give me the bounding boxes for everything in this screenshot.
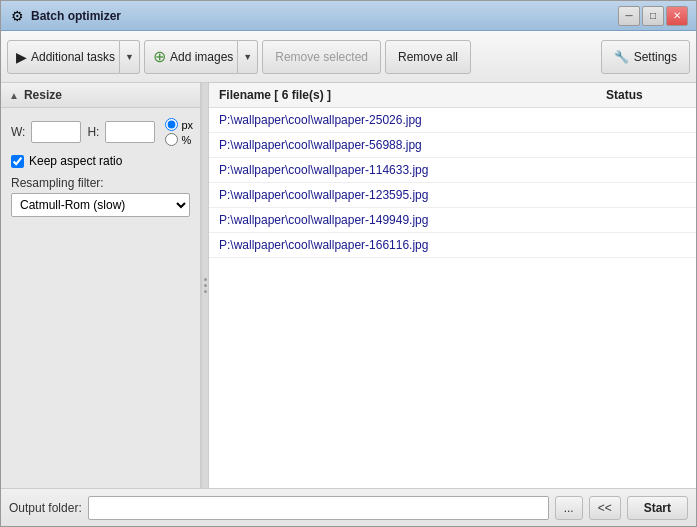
additional-tasks-icon: ▶ [16,49,27,65]
file-item[interactable]: P:\wallpaper\cool\wallpaper-123595.jpg [209,183,696,208]
additional-tasks-label: Additional tasks [31,50,115,64]
px-label: px [181,119,193,131]
percent-option[interactable]: % [165,133,193,146]
resampling-select[interactable]: Catmull-Rom (slow) [11,193,190,217]
title-bar-buttons: ─ □ ✕ [618,6,688,26]
panel-divider[interactable] [201,83,209,488]
back-button[interactable]: << [589,496,621,520]
right-panel: Filename [ 6 file(s) ] Status P:\wallpap… [209,83,696,488]
file-item[interactable]: P:\wallpaper\cool\wallpaper-114633.jpg [209,158,696,183]
start-button[interactable]: Start [627,496,688,520]
divider-dots [204,278,207,293]
output-label: Output folder: [9,501,82,515]
add-images-icon: ⊕ [153,47,166,66]
settings-button[interactable]: 🔧 Settings [601,40,690,74]
unit-radio-group: px % [165,118,193,146]
toolbar: ▶ Additional tasks ▼ ⊕ Add images ▼ Remo… [1,31,696,83]
file-name: P:\wallpaper\cool\wallpaper-114633.jpg [219,163,606,177]
maximize-button[interactable]: □ [642,6,664,26]
resize-section: W: H: px % [1,108,200,233]
resize-label: Resize [24,88,62,102]
dimension-row: W: H: px % [11,118,190,146]
additional-tasks-group: ▶ Additional tasks ▼ [7,40,140,74]
file-list-wrapper[interactable]: P:\wallpaper\cool\wallpaper-25026.jpgP:\… [209,108,696,488]
aspect-ratio-label: Keep aspect ratio [29,154,122,168]
close-button[interactable]: ✕ [666,6,688,26]
file-name: P:\wallpaper\cool\wallpaper-166116.jpg [219,238,606,252]
h-label: H: [87,125,99,139]
file-list: P:\wallpaper\cool\wallpaper-25026.jpgP:\… [209,108,696,258]
file-name: P:\wallpaper\cool\wallpaper-149949.jpg [219,213,606,227]
w-label: W: [11,125,25,139]
col-status-header: Status [606,88,686,102]
title-bar: ⚙ Batch optimizer ─ □ ✕ [1,1,696,31]
app-icon: ⚙ [9,8,25,24]
resize-section-header[interactable]: ▲ Resize [1,83,200,108]
height-input[interactable] [105,121,155,143]
aspect-ratio-checkbox[interactable] [11,155,24,168]
remove-all-button[interactable]: Remove all [385,40,471,74]
px-radio[interactable] [165,118,178,131]
window-title: Batch optimizer [31,9,612,23]
file-item[interactable]: P:\wallpaper\cool\wallpaper-166116.jpg [209,233,696,258]
remove-all-label: Remove all [398,50,458,64]
minimize-button[interactable]: ─ [618,6,640,26]
remove-selected-label: Remove selected [275,50,368,64]
additional-tasks-button[interactable]: ▶ Additional tasks [7,40,120,74]
px-option[interactable]: px [165,118,193,131]
additional-tasks-dropdown[interactable]: ▼ [120,40,140,74]
aspect-ratio-row: Keep aspect ratio [11,154,190,168]
add-images-group: ⊕ Add images ▼ [144,40,258,74]
width-input[interactable] [31,121,81,143]
add-images-label: Add images [170,50,233,64]
remove-selected-button[interactable]: Remove selected [262,40,381,74]
output-path-field[interactable] [88,496,549,520]
settings-label: Settings [634,50,677,64]
main-window: ⚙ Batch optimizer ─ □ ✕ ▶ Additional tas… [0,0,697,527]
file-item[interactable]: P:\wallpaper\cool\wallpaper-149949.jpg [209,208,696,233]
main-content: ▲ Resize W: H: px [1,83,696,488]
col-filename-header: Filename [ 6 file(s) ] [219,88,606,102]
resampling-row: Resampling filter: Catmull-Rom (slow) [11,176,190,217]
resampling-label: Resampling filter: [11,176,190,190]
file-list-header: Filename [ 6 file(s) ] Status [209,83,696,108]
divider-dot-3 [204,290,207,293]
percent-radio[interactable] [165,133,178,146]
settings-icon: 🔧 [614,50,629,64]
bottom-bar: Output folder: ... << Start [1,488,696,526]
add-images-button[interactable]: ⊕ Add images [144,40,238,74]
percent-label: % [181,134,191,146]
file-name: P:\wallpaper\cool\wallpaper-56988.jpg [219,138,606,152]
divider-dot-2 [204,284,207,287]
file-name: P:\wallpaper\cool\wallpaper-123595.jpg [219,188,606,202]
file-item[interactable]: P:\wallpaper\cool\wallpaper-25026.jpg [209,108,696,133]
file-name: P:\wallpaper\cool\wallpaper-25026.jpg [219,113,606,127]
divider-dot-1 [204,278,207,281]
collapse-icon: ▲ [9,90,19,101]
left-panel: ▲ Resize W: H: px [1,83,201,488]
browse-button[interactable]: ... [555,496,583,520]
add-images-dropdown[interactable]: ▼ [238,40,258,74]
file-item[interactable]: P:\wallpaper\cool\wallpaper-56988.jpg [209,133,696,158]
